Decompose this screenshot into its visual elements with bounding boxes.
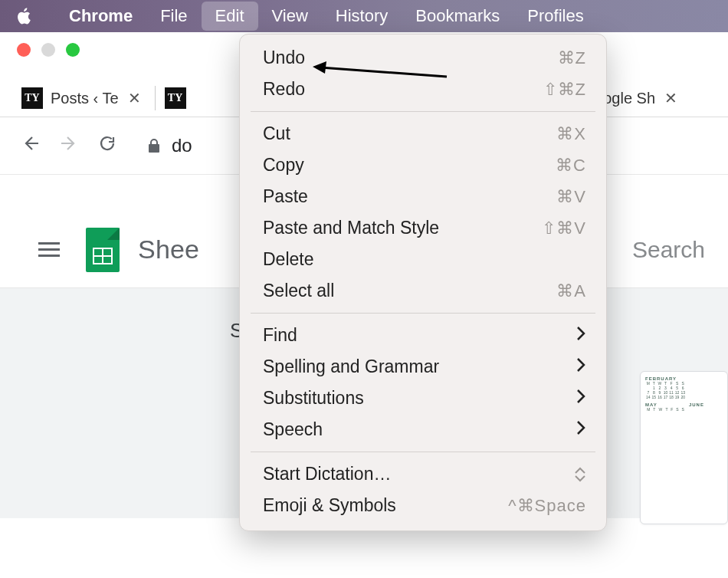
- menubar-view[interactable]: View: [258, 2, 322, 31]
- tab-close-icon[interactable]: ✕: [664, 89, 677, 107]
- menu-item-label: Substitutions: [263, 388, 364, 409]
- forward-button[interactable]: [60, 134, 78, 157]
- menu-item-label: Spelling and Grammar: [263, 356, 439, 377]
- menu-item-label: Redo: [263, 79, 305, 100]
- window-close-button[interactable]: [17, 43, 31, 57]
- double-chevron-icon: [574, 467, 586, 482]
- menu-item-shortcut: ⇧⌘Z: [543, 80, 586, 100]
- menu-select-all[interactable]: Select all ⌘A: [240, 275, 606, 307]
- menu-separator: [251, 452, 595, 452]
- sheets-logo-icon[interactable]: [86, 228, 120, 272]
- menu-item-label: Find: [263, 325, 297, 346]
- menubar-app-name[interactable]: Chrome: [55, 2, 146, 31]
- favicon-ty-icon: TY: [21, 87, 43, 109]
- menu-separator: [251, 313, 595, 314]
- url-text[interactable]: do: [172, 135, 192, 156]
- menu-item-label: Undo: [263, 48, 305, 68]
- menu-cut[interactable]: Cut ⌘X: [240, 118, 606, 149]
- menu-item-label: Paste: [263, 186, 308, 207]
- menubar-edit[interactable]: Edit: [202, 2, 258, 31]
- menubar-file[interactable]: File: [146, 2, 201, 31]
- menu-separator: [251, 111, 595, 112]
- menu-item-shortcut: ⌘A: [556, 281, 586, 301]
- menu-item-shortcut: ⌘V: [556, 187, 586, 207]
- menu-copy[interactable]: Copy ⌘C: [240, 149, 606, 181]
- menu-item-label: Paste and Match Style: [263, 218, 439, 238]
- app-title: Shee: [138, 235, 199, 264]
- reload-button[interactable]: [98, 134, 116, 157]
- menu-delete[interactable]: Delete: [240, 244, 606, 275]
- favicon-ty-icon: TY: [165, 87, 186, 109]
- menubar-bookmarks[interactable]: Bookmarks: [402, 2, 513, 31]
- menu-item-shortcut: ⌘Z: [558, 48, 586, 68]
- tab-divider: [155, 86, 156, 110]
- lock-icon: [147, 138, 161, 153]
- tab-close-icon[interactable]: ✕: [128, 89, 141, 107]
- site-security[interactable]: do: [147, 135, 192, 156]
- hamburger-icon[interactable]: [38, 242, 60, 257]
- apple-icon[interactable]: [15, 6, 32, 26]
- menubar-history[interactable]: History: [322, 2, 402, 31]
- menu-item-shortcut: ⌘C: [556, 156, 586, 176]
- menu-item-shortcut: ⇧⌘V: [542, 218, 586, 238]
- menu-find[interactable]: Find: [240, 320, 606, 351]
- menu-item-label: Select all: [263, 281, 334, 301]
- window-zoom-button[interactable]: [66, 43, 80, 57]
- chevron-right-icon: [576, 325, 586, 346]
- menu-speech[interactable]: Speech: [240, 414, 606, 445]
- window-minimize-button[interactable]: [41, 43, 55, 57]
- menu-paste-match-style[interactable]: Paste and Match Style ⇧⌘V: [240, 212, 606, 244]
- chevron-right-icon: [576, 356, 586, 377]
- menu-item-shortcut: ⌘X: [556, 124, 586, 144]
- menu-redo[interactable]: Redo ⇧⌘Z: [240, 74, 606, 105]
- menu-undo[interactable]: Undo ⌘Z: [240, 42, 606, 74]
- menu-item-label: Cut: [263, 123, 290, 144]
- tab-title: Posts ‹ Te: [51, 90, 119, 107]
- browser-tab-2[interactable]: TY: [160, 80, 195, 117]
- menu-substitutions[interactable]: Substitutions: [240, 383, 606, 414]
- menu-emoji-symbols[interactable]: Emoji & Symbols ^⌘Space: [240, 490, 606, 521]
- menu-item-label: Start Dictation…: [263, 464, 391, 484]
- menu-item-shortcut: ^⌘Space: [508, 496, 586, 516]
- menu-start-dictation[interactable]: Start Dictation…: [240, 458, 606, 490]
- menu-spelling-grammar[interactable]: Spelling and Grammar: [240, 351, 606, 383]
- mac-menubar: Chrome File Edit View History Bookmarks …: [0, 0, 728, 32]
- template-thumbnail[interactable]: FEBRUARY MTWTFSS 123456 78910111213 1415…: [640, 371, 728, 524]
- search-label[interactable]: Search: [632, 237, 705, 263]
- menu-item-label: Speech: [263, 419, 323, 440]
- chevron-right-icon: [576, 419, 586, 440]
- edit-dropdown-menu: Undo ⌘Z Redo ⇧⌘Z Cut ⌘X Copy ⌘C Paste ⌘V…: [239, 34, 607, 531]
- thumb-month: JUNE: [689, 402, 723, 407]
- menu-item-label: Emoji & Symbols: [263, 495, 396, 516]
- back-button[interactable]: [21, 134, 40, 157]
- browser-tab-1[interactable]: TY Posts ‹ Te ✕: [17, 80, 150, 117]
- chevron-right-icon: [576, 388, 586, 409]
- menubar-profiles[interactable]: Profiles: [513, 2, 597, 31]
- menu-item-label: Copy: [263, 155, 304, 176]
- menu-paste[interactable]: Paste ⌘V: [240, 181, 606, 212]
- menu-item-label: Delete: [263, 249, 313, 270]
